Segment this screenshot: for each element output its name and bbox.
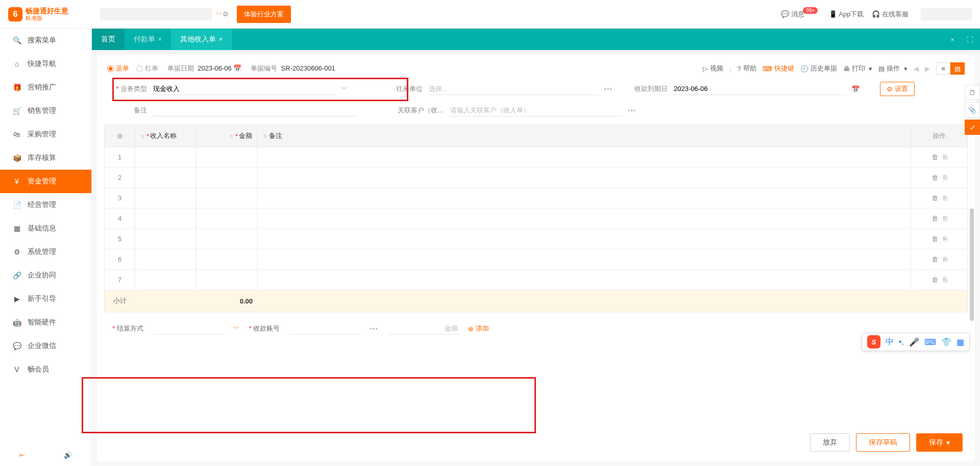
- add-settlement-button[interactable]: ⊕添加: [468, 324, 489, 333]
- cell-remark[interactable]: [258, 208, 911, 228]
- sidebar-item-operation[interactable]: 📄经营管理: [0, 193, 91, 217]
- copy-row-icon[interactable]: ⎘: [943, 174, 947, 181]
- more-icon[interactable]: •••: [604, 85, 612, 93]
- print-link[interactable]: 🖶打印 ▾: [843, 64, 873, 73]
- cell-amount[interactable]: [197, 270, 258, 290]
- calendar-icon[interactable]: 📅: [851, 85, 860, 93]
- sidebar-item-sales[interactable]: 🛒销售管理: [0, 99, 91, 123]
- save-button[interactable]: 保存▾: [916, 433, 963, 452]
- sidebar-item-coop[interactable]: 🔗企业协同: [0, 264, 91, 287]
- ime-toolbar[interactable]: S 中 •, 🎤 ⌨ 👕 ▦: [862, 333, 970, 351]
- user-area[interactable]: [921, 8, 972, 20]
- cell-income-name[interactable]: [135, 229, 197, 249]
- sidebar-item-purchase[interactable]: 🛍采购管理: [0, 123, 91, 146]
- chevron-down-icon[interactable]: ﹀: [341, 84, 348, 94]
- delete-row-icon[interactable]: 🗑: [932, 255, 938, 263]
- copy-row-icon[interactable]: ⎘: [943, 255, 947, 263]
- cell-income-name[interactable]: [135, 249, 197, 269]
- close-icon[interactable]: ×: [219, 36, 223, 43]
- cell-amount[interactable]: [197, 147, 258, 167]
- rail-note-icon[interactable]: 🗒: [965, 85, 980, 100]
- due-date-input[interactable]: [673, 83, 846, 95]
- col-remark[interactable]: ⇅备注: [258, 125, 911, 147]
- service-link[interactable]: 🎧 在线客服: [872, 10, 909, 19]
- table-row[interactable]: 7🗑⎘: [105, 270, 967, 290]
- video-link[interactable]: ▷视频: [703, 64, 723, 73]
- rail-expand-icon[interactable]: ⤢: [965, 120, 980, 135]
- rail-attach-icon[interactable]: 📎: [965, 102, 980, 118]
- more-icon[interactable]: •••: [370, 325, 378, 333]
- sidebar-item-wechat[interactable]: 💬企业微信: [0, 334, 91, 358]
- cell-income-name[interactable]: [135, 208, 197, 228]
- delete-row-icon[interactable]: 🗑: [932, 235, 938, 243]
- sidebar-item-basic[interactable]: ▦基础信息: [0, 217, 91, 240]
- close-icon[interactable]: ×: [158, 36, 162, 43]
- sound-icon[interactable]: 🔊: [64, 451, 72, 459]
- chevron-down-icon[interactable]: ﹀: [233, 324, 240, 333]
- ime-keyboard-icon[interactable]: ⌨: [924, 337, 936, 347]
- next-doc-icon[interactable]: ▶: [925, 65, 930, 73]
- tab-other-income[interactable]: 其他收入单×: [171, 29, 232, 50]
- party-input[interactable]: [428, 83, 599, 95]
- sidebar-item-hardware[interactable]: 🤖智能硬件: [0, 311, 91, 334]
- calendar-icon[interactable]: 📅: [233, 64, 241, 72]
- delete-row-icon[interactable]: 🗑: [932, 174, 938, 181]
- cell-income-name[interactable]: [135, 188, 197, 208]
- cell-remark[interactable]: [258, 270, 911, 290]
- copy-row-icon[interactable]: ⎘: [943, 215, 947, 222]
- col-settings-icon[interactable]: ⚙: [105, 125, 135, 147]
- view-list-button[interactable]: ≡: [936, 62, 950, 75]
- account-input[interactable]: [289, 322, 360, 335]
- table-row[interactable]: 2🗑⎘: [105, 168, 967, 188]
- cell-income-name[interactable]: [135, 168, 197, 188]
- cell-amount[interactable]: [197, 249, 258, 269]
- ime-punct-icon[interactable]: •,: [899, 337, 904, 346]
- cell-remark[interactable]: [258, 249, 911, 269]
- settle-method-input[interactable]: [153, 322, 224, 335]
- sidebar-item-inventory[interactable]: 📦库存核算: [0, 146, 91, 170]
- rel-customer-input[interactable]: [449, 104, 623, 116]
- col-income-name[interactable]: ⇅*收入名称: [135, 125, 197, 147]
- ops-link[interactable]: ▤操作 ▾: [878, 64, 908, 73]
- collapse-icon[interactable]: ⇤: [19, 451, 25, 459]
- biz-type-input[interactable]: [152, 83, 336, 95]
- table-row[interactable]: 3🗑⎘: [105, 188, 967, 208]
- cell-amount[interactable]: [197, 208, 258, 228]
- table-row[interactable]: 5🗑⎘: [105, 229, 967, 249]
- ime-lang[interactable]: 中: [886, 337, 894, 347]
- prev-doc-icon[interactable]: ◀: [914, 65, 919, 73]
- tab-payment[interactable]: 付款单×: [125, 29, 171, 50]
- tabs-close-button[interactable]: ×: [945, 32, 960, 46]
- delete-row-icon[interactable]: 🗑: [932, 153, 938, 161]
- tab-home[interactable]: 首页: [92, 29, 125, 50]
- table-row[interactable]: 4🗑⎘: [105, 208, 967, 229]
- sidebar-item-vip[interactable]: V畅会员: [0, 358, 91, 381]
- view-card-button[interactable]: ▤: [950, 62, 965, 75]
- col-amount[interactable]: ⇅*金额: [197, 125, 258, 147]
- cell-income-name[interactable]: [135, 147, 197, 167]
- cell-amount[interactable]: [197, 229, 258, 249]
- radio-blue[interactable]: 蓝单: [107, 64, 129, 73]
- copy-row-icon[interactable]: ⎘: [943, 194, 947, 202]
- ime-skin-icon[interactable]: 👕: [941, 337, 951, 347]
- more-icon[interactable]: •••: [628, 107, 636, 114]
- shortcut-link[interactable]: ⌨快捷键: [763, 64, 794, 73]
- cell-amount[interactable]: [197, 188, 258, 208]
- sidebar-item-system[interactable]: ⚙系统管理: [0, 240, 91, 264]
- remark-input[interactable]: [152, 104, 356, 116]
- cell-remark[interactable]: [258, 168, 911, 188]
- discard-button[interactable]: 放弃: [810, 433, 850, 452]
- messages-link[interactable]: 💬 消息 99+: [781, 10, 821, 19]
- sidebar-item-funds[interactable]: ¥资金管理: [0, 170, 91, 193]
- radio-red[interactable]: 红单: [136, 64, 158, 73]
- cell-remark[interactable]: [258, 188, 911, 208]
- settings-icon[interactable]: ⚙: [223, 10, 229, 18]
- copy-row-icon[interactable]: ⎘: [943, 235, 947, 243]
- table-row[interactable]: 6🗑⎘: [105, 249, 967, 270]
- table-row[interactable]: 1🗑⎘: [105, 147, 967, 168]
- trial-button[interactable]: 体验行业方案: [237, 6, 291, 23]
- sidebar-item-marketing[interactable]: 🎁营销推广: [0, 76, 91, 99]
- delete-row-icon[interactable]: 🗑: [932, 194, 938, 202]
- settle-amount-input[interactable]: [387, 322, 459, 335]
- save-draft-button[interactable]: 保存草稿: [856, 433, 910, 452]
